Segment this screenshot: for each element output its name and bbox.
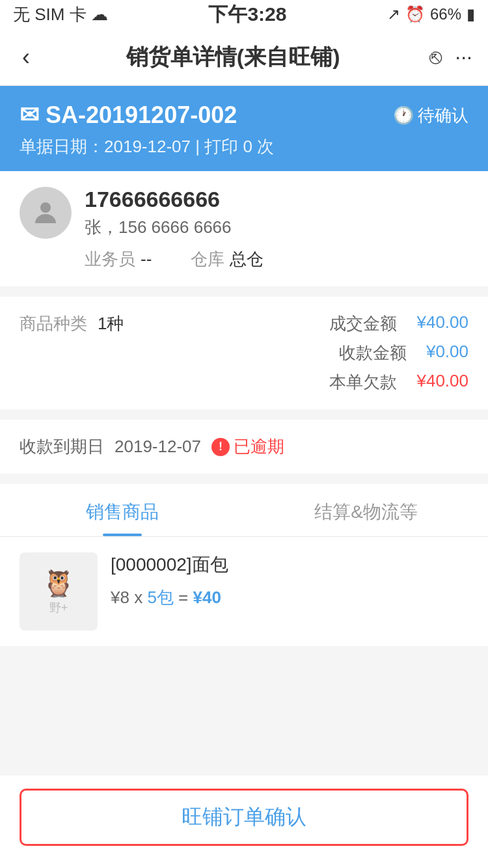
customer-row: 17666666666 张，156 6666 6666 业务员 -- 仓库 总仓 bbox=[20, 187, 468, 271]
avatar-icon bbox=[30, 197, 61, 228]
order-id: ✉ SA-20191207-002 bbox=[20, 102, 237, 129]
status-right: ↗ ⏰ 66% ▮ bbox=[387, 5, 475, 23]
order-date: 单据日期：2019-12-07 | 打印 0 次 bbox=[20, 135, 468, 158]
confirm-order-button[interactable]: 旺铺订单确认 bbox=[20, 789, 468, 846]
more-icon[interactable]: ··· bbox=[455, 45, 472, 69]
order-status: 🕐 待确认 bbox=[393, 104, 468, 127]
product-equals: = bbox=[178, 588, 193, 607]
overdue-text: 已逾期 bbox=[234, 435, 284, 458]
product-thumb-label: 野+ bbox=[49, 600, 68, 616]
payment-value: ¥0.00 bbox=[426, 342, 468, 364]
overdue-badge: ! 已逾期 bbox=[211, 435, 284, 458]
product-type-label: 商品种类 bbox=[20, 312, 87, 335]
alarm-icon: ⏰ bbox=[405, 5, 425, 23]
order-icon: ✉ bbox=[20, 102, 39, 129]
direction-icon: ↗ bbox=[387, 5, 400, 23]
battery-icon: ▮ bbox=[467, 5, 475, 23]
product-type-value: 1种 bbox=[98, 312, 124, 335]
due-date-value: 2019-12-07 bbox=[115, 437, 201, 457]
empty-area bbox=[0, 657, 488, 787]
bottom-bar: 旺铺订单确认 bbox=[0, 776, 488, 868]
status-left: 无 SIM 卡 ☁ bbox=[13, 3, 108, 26]
sim-text: 无 SIM 卡 ☁ bbox=[13, 3, 108, 26]
payment-row: 收款金额 ¥0.00 bbox=[339, 342, 468, 364]
deal-amount-label: 成交金额 bbox=[329, 312, 397, 335]
battery-text: 66% bbox=[430, 5, 461, 23]
customer-phone: 17666666666 bbox=[85, 187, 468, 212]
salesperson-item: 业务员 -- bbox=[85, 248, 152, 271]
product-thumbnail: 🦉 野+ bbox=[20, 552, 98, 631]
status-bar: 无 SIM 卡 ☁ 下午3:28 ↗ ⏰ 66% ▮ bbox=[0, 0, 488, 29]
summary-left: 商品种类 1种 bbox=[20, 312, 124, 335]
order-id-row: ✉ SA-20191207-002 🕐 待确认 bbox=[20, 102, 468, 129]
deal-amount-value: ¥40.00 bbox=[416, 312, 468, 335]
payment-label: 收款金额 bbox=[339, 342, 407, 364]
overdue-icon: ! bbox=[211, 438, 230, 456]
debt-label: 本单欠款 bbox=[329, 371, 397, 394]
deal-amount-row: 成交金额 ¥40.00 bbox=[329, 312, 468, 335]
svg-point-0 bbox=[40, 202, 51, 213]
product-info: [0000002]面包 ¥8 x 5包 = ¥40 bbox=[111, 552, 468, 609]
product-section: 🦉 野+ [0000002]面包 ¥8 x 5包 = ¥40 bbox=[0, 537, 488, 646]
warehouse-item: 仓库 总仓 bbox=[191, 248, 264, 271]
tabs-row: 销售商品 结算&物流等 bbox=[0, 484, 488, 537]
tab-settlement[interactable]: 结算&物流等 bbox=[244, 484, 488, 536]
due-date-label: 收款到期日 bbox=[20, 435, 104, 458]
salesperson-label: 业务员 bbox=[85, 248, 135, 271]
product-multiply: x bbox=[134, 588, 147, 607]
summary-section: 商品种类 1种 成交金额 ¥40.00 收款金额 ¥0.00 本单欠款 ¥40.… bbox=[0, 297, 488, 409]
customer-meta: 业务员 -- 仓库 总仓 bbox=[85, 248, 468, 271]
product-logo-icon: 🦉 bbox=[42, 568, 75, 599]
tab-products[interactable]: 销售商品 bbox=[0, 484, 244, 536]
product-quantity: 5包 bbox=[147, 588, 173, 607]
customer-name: 张，156 6666 6666 bbox=[85, 216, 468, 239]
product-price: ¥8 x 5包 = ¥40 bbox=[111, 586, 468, 609]
customer-info: 17666666666 张，156 6666 6666 业务员 -- 仓库 总仓 bbox=[85, 187, 468, 271]
warehouse-value: 总仓 bbox=[230, 248, 264, 271]
product-total: ¥40 bbox=[193, 588, 221, 607]
summary-right: 成交金额 ¥40.00 收款金额 ¥0.00 本单欠款 ¥40.00 bbox=[329, 312, 468, 394]
status-time: 下午3:28 bbox=[208, 1, 286, 28]
back-button[interactable]: ‹ bbox=[16, 37, 36, 77]
page-title: 销货单详情(来自旺铺) bbox=[36, 42, 429, 72]
order-id-text: SA-20191207-002 bbox=[46, 102, 237, 129]
customer-section: 17666666666 张，156 6666 6666 业务员 -- 仓库 总仓 bbox=[0, 171, 488, 286]
nav-actions: ⎋ ··· bbox=[429, 45, 472, 69]
debt-value: ¥40.00 bbox=[416, 371, 468, 394]
debt-row: 本单欠款 ¥40.00 bbox=[329, 371, 468, 394]
salesperson-value: -- bbox=[141, 249, 152, 269]
warehouse-label: 仓库 bbox=[191, 248, 224, 271]
nav-bar: ‹ 销货单详情(来自旺铺) ⎋ ··· bbox=[0, 29, 488, 86]
status-text: 待确认 bbox=[418, 104, 468, 127]
tabs-section: 销售商品 结算&物流等 🦉 野+ [0000002]面包 ¥8 x 5包 = ¥… bbox=[0, 484, 488, 646]
share-icon[interactable]: ⎋ bbox=[429, 45, 442, 69]
order-header: ✉ SA-20191207-002 🕐 待确认 单据日期：2019-12-07 … bbox=[0, 86, 488, 171]
product-row: 🦉 野+ [0000002]面包 ¥8 x 5包 = ¥40 bbox=[20, 552, 468, 631]
avatar bbox=[20, 187, 72, 239]
status-clock-icon: 🕐 bbox=[393, 105, 414, 126]
product-unit-price: ¥8 bbox=[111, 588, 129, 607]
product-name: [0000002]面包 bbox=[111, 552, 468, 577]
due-date-section: 收款到期日 2019-12-07 ! 已逾期 bbox=[0, 420, 488, 474]
